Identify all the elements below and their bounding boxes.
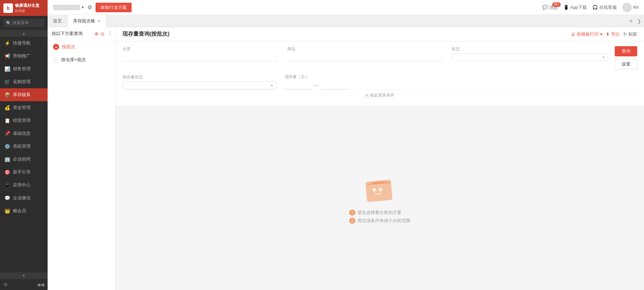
user-name: Rit	[633, 5, 639, 10]
status-label: 状态	[452, 46, 608, 52]
sidebar-item-label: 畅会员	[13, 208, 26, 214]
edition-label: 标准版	[15, 8, 39, 13]
inventory-qty-min[interactable]	[285, 81, 312, 89]
sidebar-item-inventory[interactable]: 📦 库存核算	[0, 88, 48, 101]
marketing-icon: 📢	[4, 53, 10, 59]
sidebar-item-marketing[interactable]: 📢 营销推广	[0, 50, 48, 62]
sidebar-item-label: 经营管理	[13, 117, 31, 124]
sidebar-scroll-up[interactable]: ▲	[0, 30, 48, 37]
app-download-icon: 📱	[563, 5, 569, 10]
sidebar-item-newbie[interactable]: 🎯 新手引导	[0, 166, 48, 179]
trial-btn[interactable]: 体验行业方案	[96, 3, 132, 12]
sidebar-item-label: 企业微信	[13, 195, 31, 201]
sidebar-item-enterprise-wechat[interactable]: 💬 企业微信	[0, 192, 48, 204]
sidebar-item-enterprise[interactable]: 🏢 企业协同	[0, 153, 48, 166]
filter-status: 状态 ▾	[447, 46, 612, 61]
finance-icon: 💰	[4, 105, 10, 111]
scheme-item-warehouse-batch[interactable]: ○ 按仓库+批次	[48, 53, 115, 66]
sidebar-item-operation[interactable]: 📋 经营管理	[0, 114, 48, 127]
sidebar-item-label: 库存核算	[13, 92, 31, 98]
sidebar-search-box[interactable]: 🔍 搜索菜单	[3, 19, 44, 27]
sidebar-bottom: ⚙ ◀◀	[0, 279, 48, 290]
hint-num-2: 2	[349, 218, 355, 224]
export-btn[interactable]: ⬆ 导出	[606, 31, 620, 37]
inventory-status-label: 现存量状态	[122, 74, 276, 80]
sidebar-item-member[interactable]: 👑 畅会员	[0, 204, 48, 217]
sidebar-item-finance[interactable]: 💰 资金管理	[0, 101, 48, 114]
online-service-btn[interactable]: 🎧 在线客服	[592, 4, 617, 11]
enterprise-wechat-icon: 💬	[4, 195, 10, 201]
warehouse-dots[interactable]: ···	[275, 55, 279, 60]
print-label: 按模板打印	[577, 31, 599, 37]
scheme-item-batch[interactable]: ● 按批次	[48, 40, 115, 53]
scheme-inactive-icon: ○	[53, 57, 58, 62]
tab-right-arrow[interactable]: ❯	[637, 18, 644, 24]
quick-nav-icon: ⚡	[4, 40, 10, 46]
query-button[interactable]: 查询	[615, 46, 637, 56]
hint-text-2: 用过滤条件来缩小分析范围	[357, 218, 410, 224]
tab-home-label: 首页	[53, 18, 62, 24]
service-label: 在线客服	[599, 4, 617, 11]
product-input[interactable]	[287, 55, 439, 60]
product-dots[interactable]: ···	[440, 55, 443, 60]
sidebar-item-basic[interactable]: 📌 基础信息	[0, 127, 48, 140]
inventory-status-select[interactable]: ▾	[122, 81, 276, 89]
inventory-status-arrow-icon: ▾	[271, 84, 273, 87]
inventory-qty-max[interactable]	[322, 81, 349, 89]
settings-bottom-icon[interactable]: ⚙	[3, 282, 8, 287]
sidebar-item-app-center[interactable]: 📱 应用中心	[0, 179, 48, 192]
app-download-btn[interactable]: 📱 App下载	[563, 4, 587, 11]
hint-num-1: 1	[349, 210, 355, 216]
product-input-wrapper: ···	[287, 53, 444, 61]
message-icon: 💬	[542, 5, 548, 10]
message-badge: 99+	[552, 2, 561, 7]
hint-text-1: 请先选择要分析的方案	[357, 210, 402, 216]
user-profile[interactable]: Rit	[622, 3, 639, 12]
hint-item-1: 1 请先选择要分析的方案	[349, 210, 410, 216]
refresh-btn[interactable]: ↻ 刷新	[623, 31, 637, 37]
collapse-sidebar-icon[interactable]: ◀◀	[37, 282, 44, 287]
page-header-actions: 🖨 按模板打印 ▾ ⬆ 导出 ↻ 刷新	[571, 31, 637, 37]
add-scheme-icon[interactable]: ⊕	[95, 31, 99, 36]
sidebar-item-quick-nav[interactable]: ⚡ 快捷导航	[0, 37, 48, 50]
workspace-dropdown[interactable]: ▾	[53, 5, 84, 10]
company-name: 畅康通好生意	[15, 3, 39, 8]
left-panel-header: 按以下方案查询 ⊕ ◎ 《	[48, 27, 115, 40]
sidebar-item-sales[interactable]: 📊 销售管理	[0, 62, 48, 75]
service-icon: 🎧	[592, 5, 598, 10]
hint-item-2: 2 用过滤条件来缩小分析范围	[349, 218, 410, 224]
tab-close-right-btn[interactable]: ✕	[629, 18, 637, 24]
left-panel: 按以下方案查询 ⊕ ◎ 《 ● 按批次 ○ 按仓库+批次	[48, 27, 116, 290]
topbar-gear-icon[interactable]: ⚙	[87, 4, 92, 11]
member-icon: 👑	[4, 208, 10, 214]
warehouse-input[interactable]	[122, 55, 274, 60]
print-btn[interactable]: 🖨 按模板打印 ▾	[571, 31, 603, 37]
sidebar: b 畅康通好生意 标准版 🔍 搜索菜单 ▲ ⚡ 快捷导航 📢 营销推广 📊 销售…	[0, 0, 48, 290]
left-panel-actions: ⊕ ◎ 《	[95, 31, 111, 37]
scheme-settings-icon[interactable]: ◎	[101, 31, 104, 36]
sidebar-scroll-down[interactable]: ▼	[0, 272, 48, 279]
messages-btn[interactable]: 💬 消息 99+	[542, 4, 558, 11]
sidebar-item-purchase[interactable]: 🛒 采购管理	[0, 75, 48, 88]
content-area: 按以下方案查询 ⊕ ◎ 《 ● 按批次 ○ 按仓库+批次 现存量查询(按批次)	[48, 27, 644, 290]
collapse-more-conditions[interactable]: ⋀ 收起更多条件	[122, 89, 637, 101]
tab-home[interactable]: 首页	[48, 15, 68, 27]
left-panel-title: 按以下方案查询	[52, 31, 83, 37]
sales-icon: 📊	[4, 66, 10, 72]
sidebar-item-system[interactable]: ⚙️ 系统管理	[0, 140, 48, 153]
sidebar-title-block: 畅康通好生意 标准版	[15, 3, 39, 13]
empty-hints: 1 请先选择要分析的方案 2 用过滤条件来缩小分析范围	[349, 210, 410, 224]
status-select[interactable]: ▾	[452, 53, 608, 61]
settings-button[interactable]: 设置	[615, 59, 637, 69]
sidebar-item-label: 应用中心	[13, 182, 31, 188]
svg-point-3	[373, 188, 374, 189]
svg-point-4	[379, 188, 380, 189]
sidebar-item-label: 基础信息	[13, 130, 31, 137]
dropdown-arrow-icon: ▾	[82, 5, 84, 10]
enterprise-icon: 🏢	[4, 156, 10, 162]
inventory-icon: 📦	[4, 92, 10, 98]
sidebar-search-label: 搜索菜单	[13, 20, 29, 26]
collapse-panel-icon[interactable]: 《	[106, 31, 111, 37]
tab-inventory-batch[interactable]: 库存批次账 ✕	[68, 15, 106, 27]
tab-close-icon[interactable]: ✕	[97, 19, 101, 23]
